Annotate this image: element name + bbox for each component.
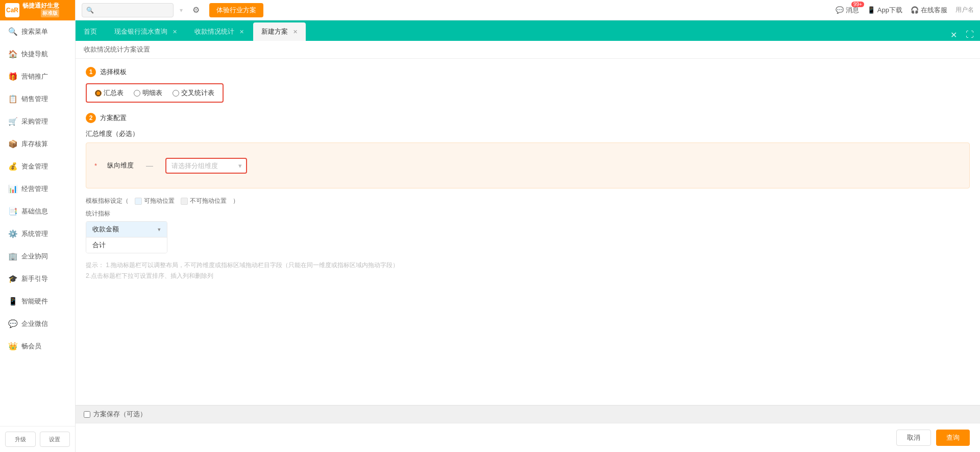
dimension-title: 汇总维度（必选） [86, 129, 970, 138]
tab-receipts-stat[interactable]: 收款情况统计 ✕ [186, 22, 252, 41]
sidebar-item-operations[interactable]: 📊 经营管理 [0, 178, 75, 200]
indicator-table-cell: 合计 [86, 237, 167, 253]
step2-title: 方案配置 [100, 113, 127, 123]
close-window-btn[interactable]: ✕ [947, 29, 960, 41]
quick-nav-icon: 🏠 [8, 50, 17, 59]
dimension-select-wrap: 请选择分组维度 [165, 158, 247, 174]
form-card: 1 选择模板 汇总表 明细表 交叉统计表 [76, 59, 980, 405]
sidebar-item-label: 库存核算 [21, 139, 48, 149]
sidebar-item-inventory[interactable]: 📦 库存核算 [0, 133, 75, 155]
sidebar-item-label: 畅会员 [21, 342, 41, 351]
sidebar-item-search-menu[interactable]: 🔍 搜索菜单 [0, 20, 75, 43]
draggable-badge: 可拖动位置 [135, 197, 175, 205]
tab-receipts-stat-label: 收款情况统计 [194, 27, 234, 36]
gear-button[interactable]: ⚙ [189, 3, 203, 17]
messages-badge[interactable]: 💬 消息 99+ [836, 6, 859, 15]
sales-icon: 📋 [8, 94, 17, 104]
hint-text-2: 2.点击标题栏下拉可设置排序、插入列和删除列 [86, 272, 970, 280]
sidebar-item-hardware[interactable]: 📱 智能硬件 [0, 290, 75, 313]
indicator-layout: 统计指标 收款金额 ▾ 合计 [86, 209, 970, 255]
service-link[interactable]: 🎧 在线客服 [911, 6, 947, 15]
query-button[interactable]: 查询 [936, 430, 970, 446]
hint-text-1: 提示： 1.拖动标题栏可以调整布局，不可跨维度或指标区域拖动栏目字段（只能在同一… [86, 261, 970, 270]
settings-button[interactable]: 设置 [40, 432, 70, 447]
wechat-icon: 💬 [8, 319, 17, 328]
save-option-label: 方案保存（可选） [93, 410, 146, 419]
indicator-settings-label: 模板指标设定（ [86, 197, 129, 205]
finance-icon: 💰 [8, 162, 17, 171]
message-icon: 💬 [836, 6, 844, 14]
step2-header: 2 方案配置 [86, 113, 970, 123]
radio-summary[interactable]: 汇总表 [95, 88, 124, 98]
tab-home[interactable]: 首页 [76, 22, 105, 41]
download-icon: 📱 [867, 6, 875, 14]
tab-bank-flow[interactable]: 现金银行流水查询 ✕ [106, 22, 185, 41]
guide-icon: 🎓 [8, 274, 17, 283]
sidebar-item-label: 系统管理 [21, 229, 48, 239]
upgrade-button[interactable]: 升级 [5, 432, 36, 447]
main-area: 🔍 ▾ ⚙ 体验行业方案 💬 消息 99+ 📱 App下载 🎧 在线客服 用 [76, 0, 980, 452]
sidebar-item-label: 新手引导 [21, 274, 48, 283]
sidebar-item-label: 企业微信 [21, 319, 48, 328]
sidebar-item-label: 采购管理 [21, 117, 48, 126]
topbar-dropdown[interactable]: ▾ [180, 7, 183, 14]
draggable-box-icon [135, 198, 142, 205]
search-icon: 🔍 [86, 7, 94, 14]
breadcrumb-text: 收款情况统计方案设置 [84, 45, 150, 53]
sidebar-item-system[interactable]: ⚙️ 系统管理 [0, 223, 75, 245]
step1-section: 1 选择模板 汇总表 明细表 交叉统计表 [86, 67, 970, 103]
step2-num: 2 [86, 113, 96, 123]
radio-detail-input[interactable] [134, 90, 140, 97]
tab-receipts-stat-close[interactable]: ✕ [239, 29, 244, 35]
topbar-right: 💬 消息 99+ 📱 App下载 🎧 在线客服 用户名 [836, 6, 974, 15]
system-icon: ⚙️ [8, 229, 17, 239]
download-link[interactable]: 📱 App下载 [867, 6, 902, 15]
sidebar: CaR 畅捷通好生意 标准版 🔍 搜索菜单 🏠 快捷导航 🎁 营销推广 📋 销售… [0, 0, 76, 452]
indicator-table: 收款金额 ▾ 合计 [86, 221, 167, 253]
topbar-search-bar[interactable]: 🔍 [82, 3, 174, 17]
radio-cross[interactable]: 交叉统计表 [173, 88, 214, 98]
save-option-bar: 方案保存（可选） [76, 405, 980, 423]
step1-num: 1 [86, 67, 96, 77]
basic-info-icon: 📑 [8, 207, 17, 216]
tab-new-plan-close[interactable]: ✕ [293, 29, 298, 35]
dimension-row: * 纵向维度 — 请选择分组维度 [94, 158, 247, 174]
save-option[interactable]: 方案保存（可选） [84, 410, 146, 419]
radio-detail[interactable]: 明细表 [134, 88, 162, 98]
sidebar-item-guide[interactable]: 🎓 新手引导 [0, 268, 75, 290]
radio-summary-input[interactable] [95, 90, 102, 97]
indicator-cell-text: 合计 [92, 241, 106, 249]
sidebar-item-enterprise[interactable]: 🏢 企业协同 [0, 245, 75, 268]
sidebar-item-label: 经营管理 [21, 184, 48, 194]
download-label: App下载 [877, 6, 902, 15]
cancel-button[interactable]: 取消 [896, 430, 931, 446]
sidebar-item-label: 快捷导航 [21, 50, 48, 59]
app-logo: CaR 畅捷通好生意 标准版 [0, 0, 75, 20]
maximize-btn[interactable]: ⛶ [964, 29, 976, 41]
sidebar-item-marketing[interactable]: 🎁 营销推广 [0, 65, 75, 88]
sidebar-item-purchase[interactable]: 🛒 采购管理 [0, 110, 75, 133]
sidebar-item-basic-info[interactable]: 📑 基础信息 [0, 200, 75, 223]
tab-bank-flow-close[interactable]: ✕ [173, 29, 177, 35]
sidebar-item-quick-nav[interactable]: 🏠 快捷导航 [0, 43, 75, 65]
industry-btn[interactable]: 体验行业方案 [209, 3, 263, 17]
dimension-area: * 纵向维度 — 请选择分组维度 [86, 142, 970, 188]
marketing-icon: 🎁 [8, 72, 17, 81]
step2-section: 2 方案配置 汇总维度（必选） * 纵向维度 — [86, 113, 970, 289]
save-checkbox[interactable] [84, 411, 90, 418]
sidebar-item-finance[interactable]: 💰 资金管理 [0, 155, 75, 178]
sidebar-item-wechat[interactable]: 💬 企业微信 [0, 313, 75, 335]
member-icon: 👑 [8, 342, 17, 351]
indicator-label-row: 模板指标设定（ 可拖动位置 不可拖动位置 ） [86, 197, 970, 205]
sidebar-item-sales[interactable]: 📋 销售管理 [0, 88, 75, 110]
tabbar: 首页 现金银行流水查询 ✕ 收款情况统计 ✕ 新建方案 ✕ ✕ ⛶ [76, 20, 980, 41]
non-draggable-label: 不可拖动位置 [190, 197, 227, 205]
sidebar-item-label: 销售管理 [21, 94, 48, 104]
sidebar-item-member[interactable]: 👑 畅会员 [0, 335, 75, 358]
dimension-select[interactable]: 请选择分组维度 [165, 158, 247, 174]
vertical-label: 纵向维度 [107, 161, 134, 170]
indicator-table-header[interactable]: 收款金额 ▾ [86, 222, 167, 237]
radio-cross-input[interactable] [173, 90, 179, 97]
tab-new-plan[interactable]: 新建方案 ✕ [253, 22, 306, 41]
sidebar-item-label: 搜索菜单 [21, 27, 48, 36]
